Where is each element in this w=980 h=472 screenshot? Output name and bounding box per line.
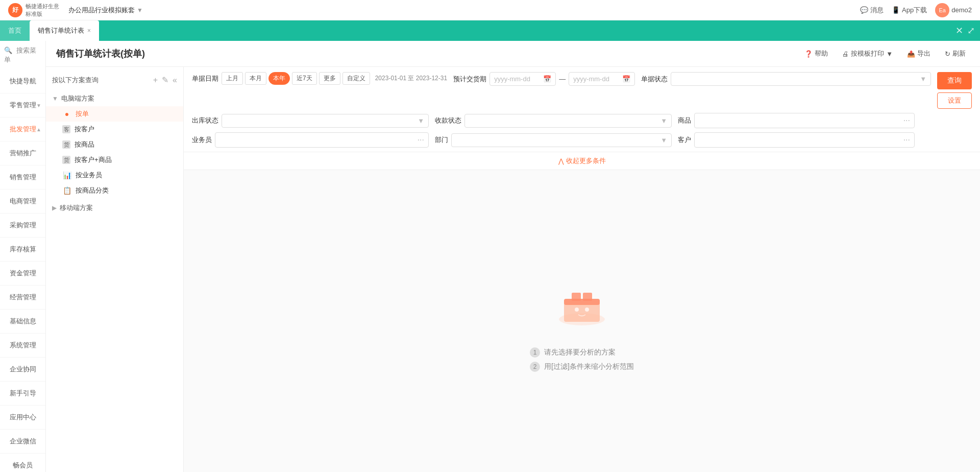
tab-sales-order-stats[interactable]: 销售订单统计表 × <box>30 20 99 41</box>
sidebar-search[interactable]: 🔍 搜索菜单 <box>0 41 45 69</box>
date-btn-this-year[interactable]: 本年 <box>268 72 290 85</box>
expected-date-filter: 预计交货期 yyyy-mm-dd 📅 — yyyy-mm-dd 📅 <box>453 72 635 86</box>
section-collapse-icon: ▶ <box>52 204 57 211</box>
salesperson-more-icon: ··· <box>418 135 424 145</box>
empty-tip-1: 1 请先选择要分析的方案 <box>530 347 634 358</box>
date-btn-more[interactable]: 更多 <box>319 72 340 85</box>
order-status-select[interactable]: ▼ <box>671 72 931 86</box>
calendar-icon-1: 📅 <box>543 75 551 83</box>
sidebar-item-wholesale[interactable]: 批发管理 ▲ <box>0 117 45 141</box>
print-template-button[interactable]: 🖨 按模板打印 ▼ <box>838 47 897 60</box>
empty-tips: 1 请先选择要分析的方案 2 用[过滤]条件来缩小分析范围 <box>530 347 634 372</box>
filter-row-1: 单据日期 上月 本月 本年 近7天 更多 自定义 2023-01-01 至 20… <box>184 67 980 109</box>
window-maximize-icon[interactable]: ⤢ <box>967 25 975 36</box>
edit-scheme-button[interactable]: ✎ <box>162 75 168 85</box>
department-dropdown-icon: ▼ <box>660 136 667 144</box>
date-btn-this-month[interactable]: 本月 <box>245 72 266 85</box>
customer-select[interactable]: ··· <box>694 132 915 148</box>
action-buttons: 查询 设置 <box>937 72 972 109</box>
breadcrumb: 办公用品行业模拟账套 ▼ <box>68 6 143 15</box>
settings-button[interactable]: 设置 <box>937 92 972 109</box>
query-button[interactable]: 查询 <box>937 72 972 89</box>
scheme-section-mobile-header[interactable]: ▶ 移动端方案 <box>46 200 183 216</box>
help-button[interactable]: ❓ 帮助 <box>800 47 832 60</box>
scheme-section-pc: ▼ 电脑端方案 ● 按单 客 按客户 货 按商品 <box>46 90 183 199</box>
sidebar-item-marketing[interactable]: 营销推广 <box>0 141 45 166</box>
expected-date-start[interactable]: yyyy-mm-dd 📅 <box>489 72 556 86</box>
date-range-display: 2023-01-01 至 2023-12-31 <box>375 74 447 83</box>
main-layout: 🔍 搜索菜单 快捷导航 零售管理 ▼ 批发管理 ▲ 营销推广 销售管理 电商管理… <box>0 41 980 472</box>
scheme-panel: 按以下方案查询 + ✎ « ▼ 电脑端方案 <box>46 67 184 472</box>
goods-select[interactable]: ··· <box>694 113 915 128</box>
help-icon: ❓ <box>804 50 813 58</box>
salesperson-select[interactable]: ··· <box>215 132 429 148</box>
collapse-filter-button[interactable]: ⋀ 收起更多条件 <box>184 152 980 170</box>
window-close-icon[interactable]: ✕ <box>955 25 963 36</box>
date-btn-7days[interactable]: 近7天 <box>292 72 317 85</box>
add-scheme-button[interactable]: + <box>153 76 158 85</box>
chevron-down-icon: ▼ <box>36 103 41 108</box>
scheme-section-mobile: ▶ 移动端方案 <box>46 199 183 217</box>
sidebar-item-app-center[interactable]: 应用中心 <box>0 406 45 430</box>
filter-wrapper: 单据日期 上月 本月 本年 近7天 更多 自定义 2023-01-01 至 20… <box>184 67 980 170</box>
goods-more-icon: ··· <box>903 116 910 125</box>
tab-home[interactable]: 首页 <box>0 20 30 41</box>
sidebar-item-sales[interactable]: 销售管理 <box>0 166 45 190</box>
sidebar-item-new-guide[interactable]: 新手引导 <box>0 382 45 406</box>
expected-date-end[interactable]: yyyy-mm-dd 📅 <box>569 72 635 86</box>
sidebar-item-inventory[interactable]: 库存核算 <box>0 238 45 262</box>
tab-close-icon[interactable]: × <box>87 27 91 34</box>
salesperson-filter: 业务员 ··· <box>192 132 429 148</box>
download-icon: 📱 <box>892 6 900 14</box>
payment-status-select[interactable]: ▼ <box>464 114 672 128</box>
refresh-button[interactable]: ↻ 刷新 <box>941 47 970 60</box>
sidebar-item-purchase[interactable]: 采购管理 <box>0 214 45 238</box>
print-dropdown-icon: ▼ <box>886 50 893 58</box>
top-bar-right: 💬 消息 📱 App下载 Ea demo2 <box>860 3 972 17</box>
svg-point-6 <box>585 308 589 312</box>
sidebar-item-ecommerce[interactable]: 电商管理 <box>0 190 45 214</box>
section-expand-icon: ▼ <box>52 95 58 102</box>
order-date-filter: 单据日期 上月 本月 本年 近7天 更多 自定义 2023-01-01 至 20… <box>192 72 447 85</box>
department-select[interactable]: ▼ <box>451 133 672 147</box>
scheme-item-by-salesperson[interactable]: 📊 按业务员 <box>46 168 183 183</box>
sidebar-item-quick-nav[interactable]: 快捷导航 <box>0 69 45 93</box>
date-btn-last-month[interactable]: 上月 <box>222 72 243 85</box>
sidebar-item-operations[interactable]: 经营管理 <box>0 286 45 310</box>
sidebar-item-retail[interactable]: 零售管理 ▼ <box>0 93 45 117</box>
scheme-item-by-category[interactable]: 📋 按商品分类 <box>46 183 183 198</box>
scheme-item-by-goods[interactable]: 货 按商品 <box>46 137 183 152</box>
scheme-item-by-customer-goods[interactable]: 货 按客户+商品 <box>46 152 183 168</box>
message-button[interactable]: 💬 消息 <box>860 6 884 15</box>
date-btn-custom[interactable]: 自定义 <box>342 72 370 85</box>
scheme-item-by-order[interactable]: ● 按单 <box>46 106 183 122</box>
delivery-status-select[interactable]: ▼ <box>222 114 429 128</box>
sidebar-item-finance[interactable]: 资金管理 <box>0 262 45 286</box>
print-icon: 🖨 <box>842 50 849 58</box>
empty-tip-2: 2 用[过滤]条件来缩小分析范围 <box>530 362 634 372</box>
date-buttons: 上月 本月 本年 近7天 更多 自定义 <box>222 72 370 85</box>
nav-tabs-right: ✕ ⤢ <box>955 25 980 36</box>
svg-rect-3 <box>572 293 581 301</box>
app-download-button[interactable]: 📱 App下载 <box>892 6 927 15</box>
export-button[interactable]: 📤 导出 <box>903 47 935 60</box>
sidebar-item-enterprise-collab[interactable]: 企业协同 <box>0 358 45 382</box>
scheme-item-by-customer[interactable]: 客 按客户 <box>46 122 183 137</box>
breadcrumb-dropdown-icon[interactable]: ▼ <box>137 7 143 14</box>
department-filter: 部门 ▼ <box>435 133 672 147</box>
sidebar-item-member[interactable]: 畅会员 <box>0 454 45 472</box>
sidebar-item-system[interactable]: 系统管理 <box>0 334 45 358</box>
collapse-scheme-button[interactable]: « <box>173 76 177 85</box>
sidebar-item-wechat[interactable]: 企业微信 <box>0 430 45 454</box>
scheme-section-pc-header[interactable]: ▼ 电脑端方案 <box>46 91 183 106</box>
right-content: 单据日期 上月 本月 本年 近7天 更多 自定义 2023-01-01 至 20… <box>184 67 980 472</box>
page-header: 销售订单统计表(按单) ❓ 帮助 🖨 按模板打印 ▼ 📤 导出 ↻ 刷新 <box>46 41 980 67</box>
sidebar: 🔍 搜索菜单 快捷导航 零售管理 ▼ 批发管理 ▲ 营销推广 销售管理 电商管理… <box>0 41 46 472</box>
delivery-dropdown-icon: ▼ <box>418 117 424 125</box>
export-icon: 📤 <box>907 50 915 58</box>
filter-row-2: 出库状态 ▼ 收款状态 ▼ <box>184 109 980 128</box>
order-status-filter: 单据状态 ▼ <box>641 72 931 86</box>
user-area[interactable]: Ea demo2 <box>935 3 972 17</box>
empty-illustration <box>549 271 615 337</box>
sidebar-item-basic-info[interactable]: 基础信息 <box>0 310 45 334</box>
